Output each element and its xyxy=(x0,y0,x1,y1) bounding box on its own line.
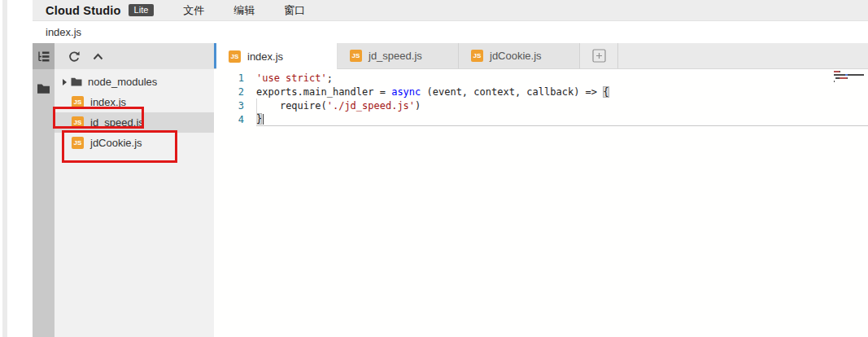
code-text: 'use strict'; xyxy=(256,71,868,85)
folder-icon xyxy=(71,77,82,86)
code-line[interactable]: 2exports.main_handler = async (event, co… xyxy=(214,85,868,98)
tab-bar: JS index.js JS jd_speed.js JS jdCookie.j… xyxy=(214,43,868,69)
code-lines: 1'use strict';2exports.main_handler = as… xyxy=(214,69,868,126)
line-number: 2 xyxy=(214,86,256,98)
tree-item-node-modules[interactable]: node_modules xyxy=(55,72,214,92)
app-root: Cloud Studio Lite 文件 编辑 窗口 index.js xyxy=(33,0,868,337)
tab-label: index.js xyxy=(247,50,283,63)
code-line[interactable]: 1'use strict'; xyxy=(214,71,868,85)
tab-index-js[interactable]: JS index.js xyxy=(216,43,338,69)
js-file-icon: JS xyxy=(229,50,241,63)
outline-view-button[interactable] xyxy=(33,43,55,69)
line-number: 3 xyxy=(214,100,256,112)
indent-guide xyxy=(256,98,257,125)
plus-square-icon xyxy=(592,49,606,63)
tree-item-label: node_modules xyxy=(88,76,157,88)
explorer-toolbar xyxy=(55,43,214,69)
activity-rail xyxy=(33,43,55,337)
breadcrumb: index.js xyxy=(46,26,81,38)
page-scrollbar-strip xyxy=(2,0,7,337)
tab-jd-speed-js[interactable]: JS jd_speed.js xyxy=(338,43,459,68)
folder-icon xyxy=(37,83,50,94)
tab-label: jdCookie.js xyxy=(490,50,542,62)
tree-list-icon xyxy=(37,50,50,63)
code-line[interactable]: 3 require('./jd_speed.js') xyxy=(214,98,868,112)
line-number: 4 xyxy=(214,114,256,125)
collapse-all-icon[interactable] xyxy=(93,53,103,60)
brand-logo: Cloud Studio xyxy=(46,4,121,17)
text-cursor xyxy=(263,114,264,125)
menu-edit[interactable]: 编辑 xyxy=(233,3,255,18)
editor-column: JS index.js JS jd_speed.js JS jdCookie.j… xyxy=(214,43,868,337)
refresh-icon[interactable] xyxy=(68,50,81,63)
menu-window[interactable]: 窗口 xyxy=(284,3,305,18)
line-number: 1 xyxy=(214,72,256,84)
cloud-studio-window: Cloud Studio Lite 文件 编辑 窗口 index.js xyxy=(0,0,868,337)
code-text: require('./jd_speed.js') xyxy=(256,98,868,112)
new-tab-button[interactable] xyxy=(580,43,618,68)
menubar: Cloud Studio Lite 文件 编辑 窗口 xyxy=(33,0,868,21)
lite-badge: Lite xyxy=(129,4,155,16)
js-file-icon: JS xyxy=(471,50,483,62)
tab-label: jd_speed.js xyxy=(369,50,422,62)
code-editor[interactable]: 1'use strict';2exports.main_handler = as… xyxy=(214,69,868,337)
code-line[interactable]: 4} xyxy=(214,112,868,126)
tab-jdcookie-js[interactable]: JS jdCookie.js xyxy=(459,43,580,68)
red-annotation-box xyxy=(53,107,144,129)
file-explorer-panel: node_modules JS index.js JS jd_speed.js xyxy=(55,43,214,337)
code-text: exports.main_handler = async (event, con… xyxy=(256,85,868,98)
menu-file[interactable]: 文件 xyxy=(183,3,204,18)
js-file-icon: JS xyxy=(350,50,362,62)
red-annotation-box xyxy=(62,130,177,163)
breadcrumb-row: index.js xyxy=(33,21,868,43)
code-text: } xyxy=(256,112,868,126)
main-area: node_modules JS index.js JS jd_speed.js xyxy=(33,43,868,337)
minimap[interactable] xyxy=(834,71,866,84)
expand-caret-icon[interactable] xyxy=(63,79,67,85)
file-explorer-button[interactable] xyxy=(33,76,55,102)
